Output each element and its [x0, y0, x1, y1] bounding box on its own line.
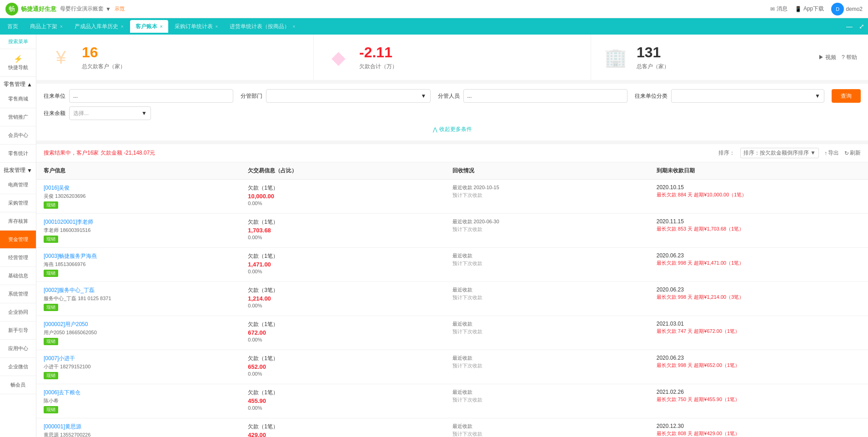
- customer-name-link[interactable]: [000001]黄思源: [44, 423, 248, 431]
- balance-select[interactable]: 选择... ▼: [69, 106, 151, 120]
- customer-name-link[interactable]: [0006]去下粮仓: [44, 389, 248, 397]
- query-button[interactable]: 查询: [832, 89, 861, 103]
- collection-cell: 最近收款 预计下次收款: [452, 286, 657, 311]
- sort-select[interactable]: 排序：按欠款金额倒序排序 ▼: [740, 148, 819, 158]
- unit-category-select[interactable]: ▼: [671, 89, 824, 103]
- message-button[interactable]: ✉ 消息: [770, 5, 788, 13]
- customer-info-cell: [0003]畅捷服务尹海燕 海燕 18513066976 现销: [44, 252, 248, 277]
- tabs-minimize-icon[interactable]: —: [844, 22, 854, 31]
- retail-mgmt-label: 零售管理: [4, 80, 25, 88]
- store-arrow-icon: ▼: [105, 6, 111, 12]
- collapse-row[interactable]: ⋀ 收起更多条件: [44, 124, 861, 135]
- overdue-days: 最长欠款 998 天: [657, 260, 692, 266]
- basic-info-label: 基础信息: [2, 272, 34, 279]
- overdue-amount-link[interactable]: 超期¥1,703.68（1笔）: [694, 226, 744, 231]
- help-button[interactable]: ? 帮助: [842, 54, 857, 61]
- overdue-days: 最长欠款 747 天: [657, 328, 692, 334]
- main-layout: 搜索菜单 ⚡ 快捷导航 零售管理 ▲ 零售商城 营销推广 会员中心 零售统计 批…: [0, 35, 868, 437]
- stat-label-total-customers: 总客户（家）: [637, 63, 669, 70]
- person-label: 分管人员: [438, 92, 460, 100]
- collection-cell: 最近收款 预计下次收款: [452, 252, 657, 277]
- filter-from-unit: 往来单位 ...: [44, 89, 233, 103]
- stat-icon-building: 🏢: [602, 44, 629, 71]
- sidebar-item-member-center[interactable]: 会员中心: [0, 126, 36, 145]
- dept-select[interactable]: ▼: [266, 89, 430, 103]
- person-input[interactable]: ...: [463, 89, 627, 103]
- sidebar-item-ecommerce[interactable]: 电商管理: [0, 176, 36, 194]
- col-header-collection: 回收情况: [452, 167, 657, 175]
- overdue-amount-link[interactable]: 超期¥652.00（1笔）: [694, 362, 740, 368]
- collection-cell: 最近收款 预计下次收款: [452, 355, 657, 379]
- customer-info-cell: [000001]黄思源 黄思源 13552700226 现销: [44, 423, 248, 437]
- customer-name-link[interactable]: [000002]用户2050: [44, 321, 248, 328]
- balance-label: 往来余额: [44, 110, 65, 117]
- tab-close-icon[interactable]: ×: [292, 24, 295, 29]
- sidebar-item-enterprise-collab[interactable]: 企业协同: [0, 303, 36, 321]
- overdue-amount-link[interactable]: 超期¥1,471.00（1笔）: [694, 260, 744, 266]
- last-payment: 最近收款: [452, 355, 657, 362]
- customer-phone: 海燕 18513066976: [44, 261, 248, 268]
- sidebar-item-inventory[interactable]: 库存核算: [0, 212, 36, 231]
- user-menu[interactable]: D demo2: [831, 3, 863, 15]
- store-selector[interactable]: 母婴行业演示账套 ▼: [60, 5, 111, 13]
- app-download-button[interactable]: 📱 App下载: [795, 5, 824, 13]
- tab-close-icon[interactable]: ×: [160, 24, 163, 29]
- sidebar-item-system-mgmt[interactable]: 系统管理: [0, 285, 36, 303]
- refresh-button[interactable]: ↻ 刷新: [844, 149, 861, 157]
- overdue-detail: 最长欠款 853 天 超期¥1,703.68（1笔）: [657, 226, 861, 232]
- sidebar-item-finance[interactable]: 资金管理: [0, 231, 36, 249]
- table-row: [0002]服务中心_丁磊 服务中心_丁磊 181 0125 8371 现销 欠…: [36, 282, 868, 316]
- tab-close-icon[interactable]: ×: [121, 24, 124, 29]
- sidebar-item-newbie-guide[interactable]: 新手引导: [0, 321, 36, 340]
- balance-placeholder: 选择...: [73, 110, 89, 117]
- sidebar-item-business-mgmt[interactable]: 经营管理: [0, 249, 36, 267]
- business-mgmt-label: 经营管理: [2, 254, 34, 261]
- overdue-amount-link[interactable]: 超期¥1,214.00（3笔）: [694, 294, 744, 300]
- overdue-amount-link[interactable]: 超期¥10,000.00（1笔）: [694, 192, 747, 197]
- sidebar-item-app-center[interactable]: 应用中心: [0, 340, 36, 358]
- from-unit-input[interactable]: ...: [69, 89, 233, 103]
- debt-amount: 10,000.00: [248, 193, 452, 200]
- customer-name-link[interactable]: [0003]畅捷服务尹海燕: [44, 252, 248, 260]
- sidebar-item-marketing[interactable]: 营销推广: [0, 108, 36, 126]
- sidebar-item-retail-mall[interactable]: 零售商城: [0, 90, 36, 108]
- tabs-maximize-icon[interactable]: ⤢: [857, 22, 866, 31]
- sidebar-item-wholesale-mgmt[interactable]: 批发管理 ▼: [0, 163, 36, 176]
- overdue-detail: 最长欠款 884 天 超期¥10,000.00（1笔）: [657, 191, 861, 198]
- tab-close-icon[interactable]: ×: [216, 24, 218, 29]
- sidebar-item-retail-mgmt[interactable]: 零售管理 ▲: [0, 77, 36, 90]
- content-area: ¥ 16 总欠款客户（家） ◆ -2.11 欠款合计（万） 🏢 131 总客户（…: [36, 35, 868, 437]
- tab-purchase-stats[interactable]: 采购订单统计表 ×: [169, 20, 224, 33]
- customer-info-cell: [0007]小进干 小进干 18279152100 现销: [44, 355, 248, 379]
- table-row: [0003]畅捷服务尹海燕 海燕 18513066976 现销 欠款（1笔） 1…: [36, 248, 868, 282]
- debt-count: 欠款（1笔）: [248, 389, 452, 397]
- tab-close-icon[interactable]: ×: [60, 24, 63, 29]
- sidebar-item-purchase-mgmt[interactable]: 采购管理: [0, 194, 36, 212]
- customer-name-link[interactable]: [0016]吴俊: [44, 184, 248, 192]
- search-menu-label[interactable]: 搜索菜单: [8, 38, 28, 45]
- overdue-amount-link[interactable]: 超期¥672.00（1笔）: [694, 328, 740, 334]
- sidebar-item-enterprise-wechat[interactable]: 企业微信: [0, 358, 36, 376]
- next-payment: 预计下次收款: [452, 431, 657, 437]
- due-date-cell: 2020.06.23 最长欠款 998 天 超期¥1,471.00（1笔）: [657, 252, 861, 277]
- customer-name-link[interactable]: [0001020001]李老师: [44, 218, 248, 226]
- overdue-amount-link[interactable]: 超期¥455.90（1笔）: [694, 397, 740, 402]
- tab-customer-account[interactable]: 客户账本 ×: [130, 20, 168, 33]
- sidebar-item-retail-stats[interactable]: 零售统计: [0, 145, 36, 163]
- view-video-button[interactable]: ▶ 视频: [818, 54, 836, 61]
- tab-inbound-stats[interactable]: 进货单统计表（按商品） ×: [224, 20, 301, 33]
- sidebar-item-quick-nav[interactable]: ⚡ 快捷导航: [0, 49, 36, 77]
- debt-info-cell: 欠款（1笔） 455.90 0.00%: [248, 389, 452, 413]
- customer-name-link[interactable]: [0007]小进干: [44, 355, 248, 362]
- sidebar-item-member[interactable]: 畅会员: [0, 376, 36, 394]
- sidebar-item-basic-info[interactable]: 基础信息: [0, 267, 36, 285]
- subtitle-link[interactable]: 示范: [115, 5, 125, 12]
- overdue-days: 最长欠款 998 天: [657, 294, 692, 300]
- tab-products-off[interactable]: 商品上下架 ×: [25, 20, 68, 33]
- overdue-amount-link[interactable]: 超期¥429.00（1笔）: [694, 431, 740, 436]
- due-date-cell: 2021.02.26 最长欠款 750 天 超期¥455.90（1笔）: [657, 389, 861, 413]
- tab-products-history[interactable]: 产成品入库单历史 ×: [69, 20, 129, 33]
- export-button[interactable]: ↑ 导出: [824, 149, 839, 157]
- tab-home[interactable]: 首页: [2, 20, 24, 33]
- customer-name-link[interactable]: [0002]服务中心_丁磊: [44, 286, 248, 294]
